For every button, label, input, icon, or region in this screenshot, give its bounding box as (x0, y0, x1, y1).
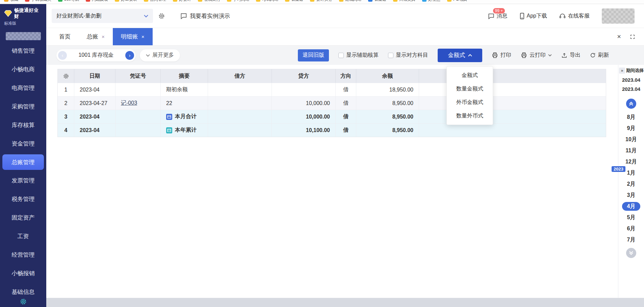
sidebar-item-xiaochang-ecommerce[interactable]: 小畅电商 (0, 60, 46, 79)
sidebar-item-blurred[interactable] (6, 32, 41, 40)
sidebar-item-invoices[interactable]: 发票管理 (0, 171, 46, 190)
back-to-old-version-button[interactable]: 退回旧版 (298, 49, 329, 61)
sidebar-item-fixed-assets[interactable]: 固定资产 (0, 208, 46, 227)
sidebar-item-funds[interactable]: 资金管理 (0, 134, 46, 153)
sidebar-item-ecommerce[interactable]: 电商管理 (0, 79, 46, 97)
bookmark-item[interactable]: 合同管理 (144, 0, 166, 2)
menu-item-qty-fx-format[interactable]: 数量外币式 (447, 109, 493, 123)
summary-label: 本年累计 (175, 127, 197, 134)
app-download-button[interactable]: App下载 (520, 12, 547, 20)
fullscreen-icon[interactable] (630, 34, 635, 40)
bookmark-item[interactable]: 好生意 (422, 0, 440, 2)
company-select[interactable]: 好业财测试-量勿删 (52, 9, 153, 23)
bookmark-item[interactable]: 手机收藏夹 (25, 0, 51, 2)
column-settings-gear-icon[interactable] (58, 69, 74, 83)
menu-item-fx-amount-format[interactable]: 外币金额式 (447, 96, 493, 109)
month-item[interactable]: 9月 (618, 123, 644, 134)
chevron-down-icon (144, 15, 148, 18)
tab-detail-ledger[interactable]: 明细账 × (113, 28, 153, 45)
online-service-button[interactable]: 在线客服 (559, 12, 590, 20)
month-item[interactable]: 3月 (618, 189, 644, 201)
bookmark-icon (25, 0, 29, 2)
table-row-year-total[interactable]: 4 2023-04 本年累计 10,100.00 借 8,950.00 (58, 123, 606, 137)
demo-link[interactable]: 我要看实例演示 (180, 12, 230, 20)
bookmark-item[interactable]: 天猫文具 (393, 0, 415, 2)
sidebar-item-expense[interactable]: 小畅报销 (0, 264, 46, 283)
scroll-months-down-icon[interactable] (626, 248, 636, 258)
export-button[interactable]: 导出 (561, 52, 581, 59)
table-row-month-total[interactable]: 3 2023-04 本月合计 10,000.00 借 8,950.00 (58, 110, 606, 123)
next-account-icon[interactable]: › (125, 51, 134, 60)
sidebar-item-payroll[interactable]: 工资 (0, 227, 46, 246)
month-item[interactable]: 6月 (618, 223, 644, 234)
tab-close-icon[interactable]: × (141, 34, 145, 40)
table-row[interactable]: 2 2023-04-27 记-003 22 10,000.00 借 8,950.… (58, 96, 606, 110)
bookmark-item[interactable]: 360导航 (58, 0, 79, 2)
expand-more-button[interactable]: 展开更多 (140, 49, 180, 61)
bookmark-icon (339, 0, 343, 2)
year-total-icon (166, 127, 172, 133)
sidebar-settings-gear-icon[interactable] (0, 298, 46, 305)
export-icon (561, 52, 567, 58)
month-item[interactable]: 8月 (618, 111, 644, 123)
sidebar-item-sales[interactable]: 销售管理 (0, 42, 46, 60)
bookmark-item[interactable]: 会计实务 (310, 0, 332, 2)
month-item[interactable]: 7月 (618, 234, 644, 245)
bookmark-item[interactable]: PC电脑 (447, 0, 467, 2)
bookmark-item[interactable]: 问题反馈 (86, 0, 108, 2)
refresh-button[interactable]: 刷新 (590, 52, 609, 59)
month-item[interactable]: 11月 (618, 145, 644, 156)
bookmark-item[interactable]: 畅捷通 (285, 0, 303, 2)
month-item[interactable]: 5月 (618, 212, 644, 223)
show-counterpart-checkbox[interactable]: 显示对方科目 (388, 52, 428, 59)
brand-edition: 标准版 (4, 21, 43, 26)
bookmark-item[interactable]: 好工资表 (115, 0, 137, 2)
print-label: 打印 (500, 52, 511, 59)
tab-home[interactable]: 首页 (51, 28, 79, 45)
bookmark-item[interactable]: 畅捷通 (368, 0, 386, 2)
cloud-print-button[interactable]: 云打印 (521, 52, 552, 59)
bookmark-icon (198, 0, 202, 2)
settings-gear-icon[interactable] (158, 13, 165, 19)
print-button[interactable]: 打印 (492, 52, 511, 59)
sidebar-item-operations[interactable]: 经营管理 (0, 246, 46, 264)
account-picker[interactable]: ‹ 1001 库存现金 › (56, 49, 136, 61)
show-aux-accounting-checkbox[interactable]: 显示辅助核算 (338, 52, 379, 59)
bookmark-icon (144, 0, 148, 2)
bookmark-item[interactable]: 在线支付 (198, 0, 220, 2)
user-avatar-blurred[interactable] (602, 8, 635, 24)
online-service-label: 在线客服 (568, 12, 590, 20)
bookmark-item[interactable]: 好会计 (173, 0, 191, 2)
bookmark-item[interactable]: 收藏 (4, 0, 18, 2)
bookmark-label: 在线支付 (204, 0, 220, 2)
sidebar-item-inventory[interactable]: 库存核算 (0, 116, 46, 134)
checkbox-box[interactable] (338, 53, 344, 58)
cell-voucher (115, 83, 161, 96)
month-item[interactable]: 2月 (618, 178, 644, 189)
cloud-print-label: 云打印 (530, 52, 546, 59)
period-range-end: 2023.04 (618, 86, 644, 92)
bookmark-item[interactable]: 考试网站 (256, 0, 278, 2)
table-row[interactable]: 1 2023-04 期初余额 借 18,950.00 (58, 83, 606, 96)
month-item[interactable]: 10月 (618, 134, 644, 145)
month-item-selected[interactable]: 4月 (618, 201, 644, 212)
tab-close-icon[interactable]: × (102, 34, 105, 40)
sidebar-item-general-ledger[interactable]: 总账管理 (2, 154, 44, 170)
menu-item-qty-amount-format[interactable]: 数量金额式 (447, 82, 493, 96)
format-dropdown-button[interactable]: 金额式 (438, 49, 482, 62)
sidebar-item-tax[interactable]: 税务管理 (0, 190, 46, 208)
prev-account-icon[interactable]: ‹ (58, 51, 67, 60)
month-item[interactable]: 12月 (618, 156, 644, 167)
messages-button[interactable]: 99 + 消息 (488, 12, 508, 20)
close-page-icon[interactable]: × (617, 33, 621, 41)
scroll-months-up-icon[interactable] (626, 99, 636, 109)
table-header-row: 日期 凭证号 摘要 借方 贷方 方向 余额 (58, 69, 606, 83)
bookmark-item[interactable]: 游戏网站 (339, 0, 361, 2)
tab-general-ledger[interactable]: 总账 × (79, 28, 113, 45)
menu-item-amount-format[interactable]: 金额式 (447, 69, 493, 82)
checkbox-box[interactable] (388, 53, 393, 58)
collapse-panel-icon[interactable]: » (619, 68, 625, 74)
bookmark-item[interactable]: 学习网站 (227, 0, 249, 2)
voucher-link[interactable]: 记-003 (121, 100, 137, 107)
sidebar-item-purchasing[interactable]: 采购管理 (0, 97, 46, 116)
